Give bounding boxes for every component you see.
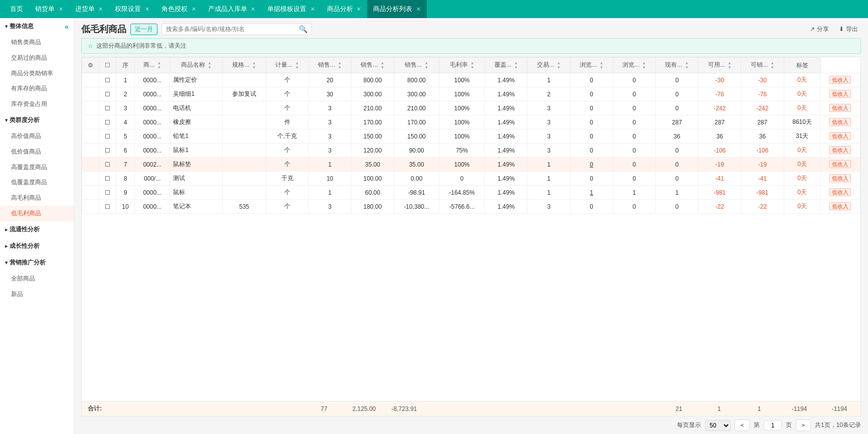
col-salable[interactable]: 可销... ▲▼	[741, 58, 784, 73]
nav-sales[interactable]: 销货单 ✕	[29, 0, 69, 18]
nav-purchase-close[interactable]: ✕	[98, 6, 103, 12]
sidebar-item-all-goods[interactable]: 全部商品	[0, 271, 74, 286]
row-tag: 低收入	[820, 129, 860, 143]
nav-goods-analysis[interactable]: 商品分析 ✕	[321, 0, 368, 18]
sidebar-item-low-margin[interactable]: 低毛利商品	[0, 206, 74, 221]
sidebar-item-traded-goods[interactable]: 交易过的商品	[0, 50, 74, 66]
nav-template-close[interactable]: ✕	[310, 6, 315, 12]
row-checkbox[interactable]: ☐	[99, 129, 116, 143]
row-name: 橡皮擦	[170, 115, 223, 129]
sidebar-item-high-coverage[interactable]: 高覆盖度商品	[0, 160, 74, 175]
row-qty: 3	[308, 200, 351, 214]
sidebar-group-cluster[interactable]: ▾ 类群度分析	[0, 112, 74, 128]
sidebar-group-circulation[interactable]: ▸ 流通性分析	[0, 221, 74, 238]
next-page-button[interactable]: ＞	[796, 419, 811, 431]
row-checkbox[interactable]: ☐	[99, 172, 116, 186]
row-checkbox[interactable]: ☐	[99, 115, 116, 129]
row-gross: 1.49%	[485, 172, 528, 186]
sidebar-item-stocked-goods[interactable]: 有库存的商品	[0, 81, 74, 96]
export-button[interactable]: ⬇ 导出	[836, 24, 861, 35]
col-sales-amount[interactable]: 销售... ▲▼	[394, 58, 439, 73]
col-spec[interactable]: 规格... ▲▼	[223, 58, 266, 73]
nav-roles[interactable]: 角色授权 ✕	[155, 0, 202, 18]
sidebar-group-growth[interactable]: ▸ 成长性分析	[0, 238, 74, 254]
nav-product-entry[interactable]: 产成品入库单 ✕	[202, 0, 262, 18]
row-salable: 0天	[784, 143, 820, 158]
sidebar-group-marketing[interactable]: ▾ 营销推广分析	[0, 254, 74, 271]
col-sales-qty[interactable]: 销售... ▲▼	[308, 58, 351, 73]
nav-roles-close[interactable]: ✕	[192, 6, 196, 12]
row-checkbox[interactable]: ☐	[99, 186, 116, 200]
export-icon: ⬇	[839, 26, 844, 33]
row-qty: 20	[308, 73, 351, 87]
row-usable: -41	[741, 172, 784, 186]
col-settings[interactable]: ⚙	[82, 58, 99, 73]
col-coverage[interactable]: 覆盖... ▲▼	[485, 58, 528, 73]
export-label: 导出	[846, 25, 858, 34]
nav-sales-close[interactable]: ✕	[59, 6, 63, 12]
row-checkbox[interactable]: ☐	[99, 200, 116, 214]
nav-template[interactable]: 单据模板设置 ✕	[261, 0, 321, 18]
row-price: 150.00	[351, 129, 394, 143]
col-checkbox-all[interactable]: ☐	[99, 58, 116, 73]
nav-product-entry-close[interactable]: ✕	[251, 6, 255, 12]
row-browse1: 0	[613, 87, 655, 101]
row-code: 0000...	[135, 200, 170, 214]
col-usable[interactable]: 可用... ▲▼	[699, 58, 741, 73]
row-code: 0002...	[135, 158, 170, 172]
row-checkbox[interactable]: ☐	[99, 143, 116, 158]
col-gross-rate[interactable]: 毛利率 ▲▼	[439, 58, 485, 73]
row-checkbox[interactable]: ☐	[99, 73, 116, 87]
nav-goods-analysis-list-close[interactable]: ✕	[416, 6, 421, 12]
sidebar-item-low-coverage[interactable]: 低覆盖度商品	[0, 175, 74, 190]
search-icon[interactable]: 🔍	[299, 25, 307, 33]
row-salable: 0天	[784, 186, 820, 200]
row-salable: 31天	[784, 129, 820, 143]
row-code: 0000...	[135, 101, 170, 115]
col-stock[interactable]: 现有... ▲▼	[655, 58, 698, 73]
col-code[interactable]: 商... ▲▼	[135, 58, 170, 73]
col-trade[interactable]: 交易... ▲▼	[528, 58, 570, 73]
nav-goods-analysis-list[interactable]: 商品分析列表 ✕	[367, 0, 427, 18]
col-browse2[interactable]: 浏览... ▲▼	[613, 58, 655, 73]
nav-home[interactable]: 首页	[4, 0, 29, 18]
notice-bar: ☆ 这部分商品的利润非常低，请关注	[81, 38, 861, 54]
row-checkbox[interactable]: ☐	[99, 158, 116, 172]
page-input[interactable]	[764, 420, 782, 430]
row-qty: 30	[308, 87, 351, 101]
sidebar-collapse-btn[interactable]: «	[65, 23, 69, 31]
sidebar-group-growth-label: 成长性分析	[10, 242, 40, 250]
sidebar-group-overall[interactable]: ▾ 整体信息 «	[0, 18, 74, 35]
per-page-select[interactable]: 50 100 200	[705, 420, 731, 431]
search-input[interactable]	[166, 26, 299, 33]
sidebar-item-capital[interactable]: 库存资金占用	[0, 96, 74, 112]
sidebar-item-new-goods[interactable]: 新品	[0, 286, 74, 302]
row-checkbox[interactable]: ☐	[99, 101, 116, 115]
sidebar-item-category-rate[interactable]: 商品分类助销率	[0, 66, 74, 81]
row-gross: 1.49%	[485, 158, 528, 172]
footer-price2: -8,723.91	[389, 405, 419, 412]
nav-permissions-close[interactable]: ✕	[145, 6, 149, 12]
nav-purchase[interactable]: 进货单 ✕	[69, 0, 109, 18]
row-tag: 低收入	[820, 73, 860, 87]
share-button[interactable]: ↗ 分享	[807, 24, 832, 35]
prev-page-button[interactable]: ＜	[735, 419, 750, 431]
table-row: ☐ 9 0000... 鼠标 个 1 60.00 -98.91 -164.85%…	[82, 186, 860, 200]
row-trade: 0	[570, 158, 613, 172]
nav-permissions[interactable]: 权限设置 ✕	[109, 0, 155, 18]
filter-tag-recent[interactable]: 近一月	[130, 24, 157, 35]
row-price: 100.00	[351, 172, 394, 186]
sidebar-item-low-value[interactable]: 低价值商品	[0, 144, 74, 160]
sidebar-item-sales-goods[interactable]: 销售类商品	[0, 35, 74, 50]
sidebar-item-high-margin[interactable]: 高毛利商品	[0, 190, 74, 206]
nav-goods-analysis-close[interactable]: ✕	[357, 6, 361, 12]
row-unit: 千克	[266, 172, 308, 186]
sidebar-item-high-value[interactable]: 高价值商品	[0, 128, 74, 144]
col-browse1[interactable]: 浏览... ▲▼	[570, 58, 613, 73]
col-name[interactable]: 商品名称 ▲▼	[170, 58, 223, 73]
col-tag: 标签	[784, 58, 820, 73]
sidebar-group-circulation-arrow: ▸	[5, 227, 8, 232]
col-unit[interactable]: 计量... ▲▼	[266, 58, 308, 73]
col-sales-price[interactable]: 销售... ▲▼	[351, 58, 394, 73]
row-checkbox[interactable]: ☐	[99, 87, 116, 101]
